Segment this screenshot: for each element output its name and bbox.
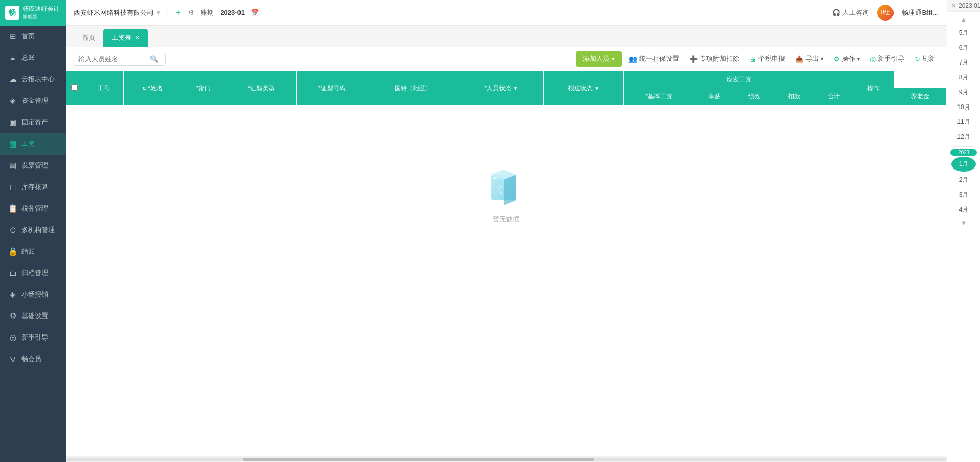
user-avatar: B组	[877, 5, 894, 21]
col-cert-type: *证型类型	[226, 71, 296, 105]
search-input[interactable]	[78, 55, 150, 63]
col-cert-no: *证型号码	[296, 71, 367, 105]
period-calendar-icon[interactable]: 📅	[251, 9, 259, 16]
empty-text: 暂无数据	[493, 215, 519, 224]
period-month-6[interactable]: 6月	[947, 40, 980, 55]
add-dropdown-icon: ▾	[612, 56, 615, 62]
col-checkbox	[66, 71, 84, 105]
closing-icon: 🔒	[8, 247, 17, 256]
sidebar-item-home[interactable]: ⊞ 首页	[0, 26, 66, 47]
export-button[interactable]: 📤 导出 ▾	[792, 52, 826, 66]
tab-close-icon[interactable]: ✕	[135, 34, 140, 41]
sidebar-item-payroll[interactable]: ▦ 工资	[0, 133, 66, 155]
sidebar-item-closing[interactable]: 🔒 结账	[0, 241, 66, 262]
payroll-icon: ▦	[8, 139, 17, 149]
period-month-12[interactable]: 12月	[947, 130, 980, 144]
period-divider	[951, 146, 976, 147]
sidebar-item-expense[interactable]: ◈ 小畅报销	[0, 284, 66, 305]
company-name: 西安虾米网络科技有限公司	[74, 8, 154, 17]
report-status-filter-icon[interactable]: ▼	[594, 86, 599, 91]
toolbar-right: 添加人员 ▾ 👥 统一社保设置 ➕ 专项附加扣除 🖨 个税申报 📤 导出 ▾	[576, 51, 939, 67]
toolbar: 🔍 添加人员 ▾ 👥 统一社保设置 ➕ 专项附加扣除 🖨 个税申报 📤 导出	[66, 47, 947, 71]
help-button[interactable]: 🎧 人工咨询	[832, 8, 869, 17]
export-icon: 📤	[795, 55, 803, 63]
period-month-9[interactable]: 9月	[947, 85, 980, 100]
period-month-3[interactable]: 3月	[947, 187, 980, 202]
sidebar-item-member[interactable]: V 畅会员	[0, 348, 66, 370]
col-dept: *部门	[181, 71, 226, 105]
user-name: 畅理通B组...	[902, 8, 939, 17]
period-scroll[interactable]: ▲ 5月 6月 7月 8月 9月 10月 11月 12月 2023 1月 2月 …	[947, 12, 980, 462]
operate-button[interactable]: ⚙ 操作 ▾	[831, 52, 863, 66]
headset-icon: 🎧	[832, 9, 840, 16]
app-logo: 畅 畅应通好会计 旗舰版	[0, 0, 66, 26]
period-scroll-down[interactable]: ▼	[947, 217, 980, 229]
period-month-2[interactable]: 2月	[947, 173, 980, 187]
scrollbar-thumb[interactable]	[243, 458, 594, 461]
social-insurance-button[interactable]: 👥 统一社保设置	[626, 52, 682, 66]
empty-cell: :( 暂无数据	[66, 105, 947, 284]
expense-icon: ◈	[8, 290, 17, 299]
sidebar-item-settings[interactable]: ⚙ 基础设置	[0, 305, 66, 327]
topbar-right: 🎧 人工咨询 B组 畅理通B组...	[832, 5, 939, 21]
empty-icon-wrap: :(	[486, 165, 527, 206]
col-allowance: 津贴	[694, 88, 734, 105]
topbar: 西安虾米网络科技有限公司 ▾ | ＋ ⚙ 账期 2023-01 📅 🎧 人工咨询…	[66, 0, 947, 26]
sidebar-item-tax[interactable]: 📋 税务管理	[0, 198, 66, 219]
period-month-1[interactable]: 1月	[951, 157, 976, 172]
tax-icon: 📋	[8, 204, 17, 213]
period-month-10[interactable]: 10月	[947, 100, 980, 115]
col-nationality: 国籍（地区）	[367, 71, 459, 105]
period-month-8[interactable]: 8月	[947, 70, 980, 85]
empty-state: :( 暂无数据	[66, 105, 947, 284]
svg-rect-4	[493, 177, 497, 179]
guide-icon: ◎	[870, 55, 876, 63]
period-label: 账期	[201, 8, 214, 17]
period-month-5[interactable]: 5月	[947, 26, 980, 40]
fund-icon: ◈	[8, 96, 17, 106]
search-icon: 🔍	[150, 55, 158, 63]
empty-svg: :(	[486, 165, 527, 206]
refresh-button[interactable]: ↻ 刷新	[911, 52, 939, 66]
settings-icon: ⚙	[8, 311, 17, 321]
period-year-badge: 2023	[950, 149, 977, 156]
tabbar: 首页 工资表 ✕	[66, 26, 947, 47]
period-month-11[interactable]: 11月	[947, 115, 980, 130]
company-selector[interactable]: 西安虾米网络科技有限公司 ▾	[74, 8, 160, 17]
deduction-button[interactable]: ➕ 专项附加扣除	[686, 52, 743, 66]
scrollbar-track[interactable]	[67, 458, 946, 461]
col-pension: 养老金	[894, 88, 946, 105]
col-operation: 操作	[854, 71, 894, 105]
period-month-7[interactable]: 7月	[947, 55, 980, 70]
period-panel-close-icon[interactable]: ✕	[951, 2, 956, 9]
add-employee-button[interactable]: 添加人员 ▾	[576, 51, 622, 67]
add-company-button[interactable]: ＋	[174, 7, 182, 18]
sidebar-item-invoice[interactable]: ▤ 发票管理	[0, 155, 66, 176]
period-month-4[interactable]: 4月	[947, 202, 980, 217]
col-total: 合计	[814, 88, 854, 105]
period-panel-header: ✕ 2023.01 ⤢	[947, 0, 980, 12]
fixed-icon: ▣	[8, 118, 17, 127]
emp-status-filter-icon[interactable]: ▼	[513, 86, 518, 91]
period-scroll-up[interactable]: ▲	[947, 14, 980, 26]
sidebar-item-guide[interactable]: ◎ 新手引导	[0, 327, 66, 348]
guide-icon: ◎	[8, 333, 17, 342]
operate-icon: ⚙	[834, 55, 840, 63]
select-all-checkbox[interactable]	[71, 84, 78, 91]
sidebar-item-inventory[interactable]: ◻ 库存核算	[0, 176, 66, 198]
tax-report-button[interactable]: 🖨 个税申报	[747, 52, 788, 66]
sort-icon: ⇅	[142, 86, 146, 91]
sidebar-item-fixed[interactable]: ▣ 固定资产	[0, 112, 66, 133]
period-current: 2023.01	[959, 2, 980, 9]
tab-home[interactable]: 首页	[74, 29, 103, 47]
sidebar-item-archive[interactable]: 🗂 归档管理	[0, 262, 66, 284]
horizontal-scrollbar[interactable]	[66, 456, 947, 462]
sidebar-item-multi[interactable]: ⊙ 多机构管理	[0, 219, 66, 241]
sidebar-item-report[interactable]: ☁ 云报表中心	[0, 69, 66, 90]
tab-payroll[interactable]: 工资表 ✕	[103, 29, 148, 47]
sidebar-item-fund[interactable]: ◈ 资金管理	[0, 90, 66, 112]
period-panel: ✕ 2023.01 ⤢ ▲ 5月 6月 7月 8月 9月 10月 11月 12月…	[947, 0, 980, 462]
sidebar-item-ledger[interactable]: ≡ 总账	[0, 47, 66, 69]
company-settings-icon[interactable]: ⚙	[188, 9, 194, 16]
guide-button[interactable]: ◎ 新手引导	[867, 52, 907, 66]
